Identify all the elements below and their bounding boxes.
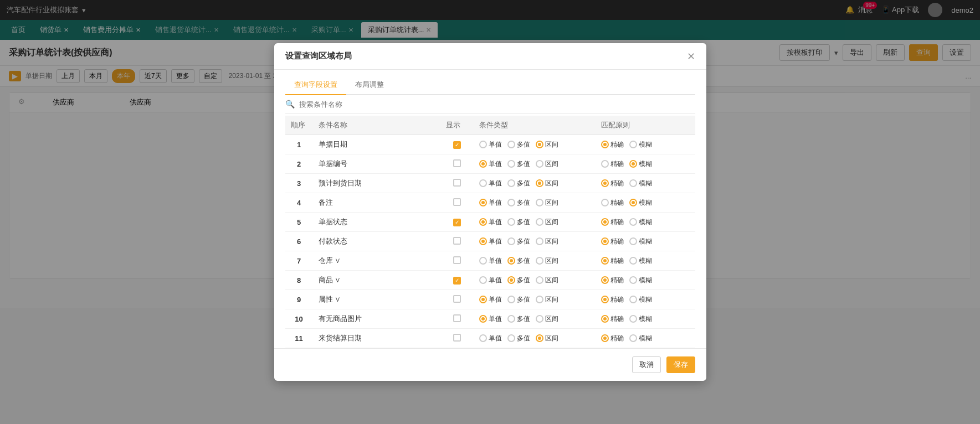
- show-checkbox[interactable]: [453, 237, 461, 245]
- radio-item[interactable]: 模糊: [629, 179, 652, 188]
- search-input[interactable]: [299, 100, 695, 108]
- show-checkbox[interactable]: [453, 295, 461, 303]
- radio-item[interactable]: 精确: [601, 198, 624, 208]
- table-row: 8商品 ∨单值多值区间精确模糊: [285, 271, 695, 290]
- radio-circle: [479, 160, 487, 168]
- radio-item[interactable]: 精确: [601, 256, 624, 266]
- dialog-close-btn[interactable]: ✕: [687, 51, 695, 61]
- radio-item[interactable]: 精确: [601, 140, 624, 149]
- radio-item[interactable]: 模糊: [629, 198, 652, 208]
- radio-item[interactable]: 区间: [536, 237, 558, 246]
- row-show[interactable]: [440, 290, 474, 309]
- row-show[interactable]: [440, 251, 474, 271]
- row-match: 精确模糊: [596, 251, 695, 271]
- radio-item[interactable]: 模糊: [629, 218, 652, 227]
- radio-item[interactable]: 模糊: [629, 237, 652, 246]
- radio-item[interactable]: 多值: [507, 159, 530, 169]
- type-radio-group: 单值多值区间: [479, 198, 590, 208]
- row-order: 7: [285, 251, 313, 271]
- radio-label: 精确: [610, 159, 624, 169]
- radio-item[interactable]: 模糊: [629, 159, 652, 169]
- radio-item[interactable]: 精确: [601, 295, 624, 304]
- radio-item[interactable]: 精确: [601, 159, 624, 169]
- radio-item[interactable]: 单值: [479, 159, 502, 169]
- row-show[interactable]: [440, 213, 474, 232]
- row-order: 6: [285, 232, 313, 251]
- radio-label: 多值: [517, 218, 530, 227]
- radio-item[interactable]: 多值: [507, 140, 530, 149]
- radio-label: 模糊: [639, 276, 652, 285]
- radio-item[interactable]: 模糊: [629, 256, 652, 266]
- radio-item[interactable]: 区间: [536, 256, 558, 266]
- radio-item[interactable]: 模糊: [629, 295, 652, 304]
- match-radio-group: 精确模糊: [601, 140, 690, 149]
- radio-item[interactable]: 多值: [507, 237, 530, 246]
- radio-circle: [601, 296, 609, 303]
- radio-item[interactable]: 精确: [601, 276, 624, 285]
- row-match: 精确模糊: [596, 232, 695, 251]
- type-radio-group: 单值多值区间: [479, 237, 590, 246]
- tab-fields-label: 查询字段设置: [294, 80, 337, 89]
- row-show[interactable]: [440, 232, 474, 251]
- radio-label: 精确: [610, 276, 624, 285]
- th-show: 显示: [440, 116, 474, 135]
- radio-item[interactable]: 精确: [601, 218, 624, 227]
- radio-label: 模糊: [639, 159, 652, 169]
- radio-item[interactable]: 单值: [479, 237, 502, 246]
- radio-label: 区间: [545, 218, 558, 227]
- tab-layout[interactable]: 布局调整: [346, 75, 393, 95]
- radio-item[interactable]: 区间: [536, 140, 558, 149]
- radio-circle: [536, 218, 543, 226]
- match-radio-group: 精确模糊: [601, 198, 690, 208]
- radio-item[interactable]: 单值: [479, 140, 502, 149]
- row-show[interactable]: [440, 271, 474, 290]
- radio-item[interactable]: 模糊: [629, 276, 652, 285]
- tab-fields[interactable]: 查询字段设置: [285, 75, 346, 95]
- radio-item[interactable]: 多值: [507, 198, 530, 208]
- type-radio-group: 单值多值区间: [479, 140, 590, 149]
- radio-item[interactable]: 单值: [479, 218, 502, 227]
- radio-item[interactable]: 区间: [536, 159, 558, 169]
- show-checkbox[interactable]: [453, 256, 461, 264]
- radio-item[interactable]: 多值: [507, 256, 530, 266]
- radio-item[interactable]: 区间: [536, 198, 558, 208]
- radio-item[interactable]: 区间: [536, 276, 558, 285]
- radio-item[interactable]: 精确: [601, 179, 624, 188]
- show-checkbox[interactable]: [453, 179, 461, 187]
- radio-item[interactable]: 精确: [601, 237, 624, 246]
- radio-circle: [507, 199, 515, 206]
- radio-circle: [479, 218, 487, 226]
- row-show[interactable]: [440, 174, 474, 193]
- radio-item[interactable]: 多值: [507, 179, 530, 188]
- row-name: 付款状态: [313, 232, 440, 251]
- radio-item[interactable]: 多值: [507, 295, 530, 304]
- radio-item[interactable]: 多值: [507, 276, 530, 285]
- radio-item[interactable]: 单值: [479, 198, 502, 208]
- show-checkbox[interactable]: [453, 198, 461, 206]
- radio-item[interactable]: 区间: [536, 218, 558, 227]
- table-row: 7仓库 ∨单值多值区间精确模糊: [285, 251, 695, 271]
- show-checkbox[interactable]: [453, 141, 461, 149]
- row-show[interactable]: [440, 193, 474, 213]
- show-checkbox[interactable]: [453, 159, 461, 167]
- show-checkbox[interactable]: [453, 219, 461, 226]
- row-show[interactable]: [440, 135, 474, 154]
- radio-item[interactable]: 单值: [479, 256, 502, 266]
- radio-item[interactable]: 单值: [479, 179, 502, 188]
- conditions-table: 顺序 条件名称 显示 条件类型 匹配原则 1单据日期单值多值区间精确模糊2单据编…: [285, 116, 695, 308]
- radio-circle: [629, 218, 637, 226]
- radio-item[interactable]: 单值: [479, 295, 502, 304]
- radio-item[interactable]: 模糊: [629, 140, 652, 149]
- radio-circle: [479, 296, 487, 303]
- row-show[interactable]: [440, 154, 474, 174]
- show-checkbox[interactable]: [453, 277, 461, 285]
- dialog-header: 设置查询区域布局 ✕: [274, 43, 706, 70]
- row-name: 属性 ∨: [313, 290, 440, 309]
- radio-item[interactable]: 区间: [536, 179, 558, 188]
- radio-item[interactable]: 多值: [507, 218, 530, 227]
- row-order: 9: [285, 290, 313, 309]
- radio-item[interactable]: 区间: [536, 295, 558, 304]
- row-name: 单据日期: [313, 135, 440, 154]
- radio-circle: [629, 276, 637, 284]
- radio-item[interactable]: 单值: [479, 276, 502, 285]
